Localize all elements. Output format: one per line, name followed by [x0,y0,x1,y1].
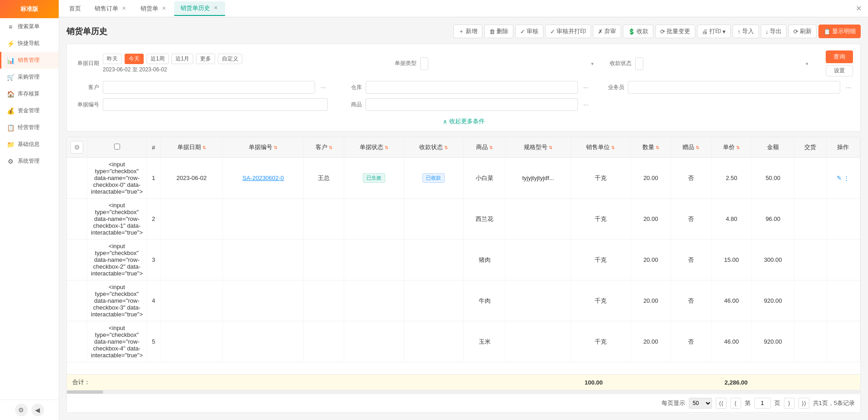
row-date [161,321,223,362]
col-payment-status[interactable]: 收款状态 ⇅ [404,137,464,158]
sidebar-item-ops[interactable]: 📋 经营管理 [0,119,59,136]
col-spec[interactable]: 规格型号 ⇅ [506,137,571,158]
sidebar-item-finance[interactable]: 💰 资金管理 [0,102,59,119]
warehouse-dots-btn[interactable]: ··· [582,84,591,91]
table-footer: 合计： 100.00 2,286.00 [67,374,860,390]
col-gift[interactable]: 赠品 ⇅ [671,137,712,158]
tab-close-sales-delivery[interactable]: ✕ [161,5,167,11]
page-last-btn[interactable]: ⟩⟩ [798,398,809,409]
col-price[interactable]: 单价 ⇅ [711,137,752,158]
unit-sort-btn[interactable]: 销售单位 ⇅ [586,143,615,151]
tab-close-sales-order[interactable]: ✕ [121,5,127,11]
row-checkbox: <input type="checkbox" data-name="row-ch… [87,280,147,321]
col-checkbox[interactable] [87,137,147,158]
tab-sales-order[interactable]: 销售订单 ✕ [88,2,133,15]
tabs-close-all-btn[interactable]: ✕ [853,3,864,14]
query-button[interactable]: 查询 [826,50,853,63]
export-button[interactable]: ↓ 导出 [761,25,787,38]
payment-status-select[interactable] [635,57,643,70]
tab-close-sales-history[interactable]: ✕ [213,5,219,11]
row-spec [506,199,571,240]
delete-button[interactable]: 🗑 删除 [484,25,513,38]
tab-sales-delivery[interactable]: 销货单 ✕ [134,2,173,15]
spec-sort-btn[interactable]: 规格型号 ⇅ [524,143,552,151]
refresh-button[interactable]: ⟳ 刷新 [788,25,817,38]
doc-status-sort-btn[interactable]: 单据状态 ⇅ [360,143,388,151]
set-button[interactable]: 设置 [826,65,853,76]
doc-type-select[interactable] [420,57,428,70]
page-input[interactable] [754,398,771,409]
sidebar-item-inventory[interactable]: 🏠 库存核算 [0,85,59,102]
sidebar-item-label: 销售管理 [18,56,40,64]
date-more-btn[interactable]: 更多 [196,54,215,64]
date-today-btn[interactable]: 今天 [125,54,144,64]
table-scroll[interactable]: ⚙ # 单据日期 ⇅ [67,137,860,374]
sidebar-item-quick-nav[interactable]: ⚡ 快捷导航 [0,35,59,52]
import-button[interactable]: ↑ 导入 [733,25,759,38]
salesperson-dots-btn[interactable]: ··· [844,84,853,91]
sidebar-item-sys[interactable]: ⚙ 系统管理 [0,153,59,170]
customer-dots-btn[interactable]: ··· [319,84,328,91]
collapse-filter-btn[interactable]: ∧ 收起更多条件 [74,115,853,127]
goods-input[interactable] [366,98,578,111]
warehouse-input[interactable] [366,81,578,94]
sidebar-item-search-menu[interactable]: ≡ 搜索菜单 [0,18,59,35]
audit-print-button[interactable]: ✓ 审核并打印 [545,25,591,38]
row-amount: 50.00 [752,158,794,199]
col-date[interactable]: 单据日期 ⇅ [161,137,223,158]
abandon-button[interactable]: ✗ 弃审 [593,25,621,38]
date-last30-btn[interactable]: 近1月 [171,54,194,64]
per-page-select[interactable]: 50 100 200 [689,398,712,409]
date-sort-btn[interactable]: 单据日期 ⇅ [177,143,206,151]
page-prev-btn[interactable]: ⟨ [730,398,741,409]
gift-sort-btn[interactable]: 赠品 ⇅ [682,143,699,151]
date-yesterday-btn[interactable]: 昨天 [103,54,122,64]
col-customer[interactable]: 客户 ⇅ [304,137,344,158]
customer-sort-arrows: ⇅ [329,145,332,150]
table-settings-btn[interactable]: ⚙ [70,141,83,154]
goods-sort-btn[interactable]: 商品 ⇅ [476,143,493,151]
row-unit: 千克 [571,280,631,321]
audit-button[interactable]: ✓ 审核 [515,25,543,38]
tab-home[interactable]: 首页 [63,2,87,15]
price-sort-btn[interactable]: 单价 ⇅ [723,143,740,151]
row-doc-no[interactable]: SA-20230602-0 [223,158,304,199]
col-unit[interactable]: 销售单位 ⇅ [571,137,631,158]
customer-sort-btn[interactable]: 客户 ⇅ [316,143,332,151]
print-button[interactable]: 🖨 打印 ▾ [697,25,731,38]
sidebar-item-label: 快捷导航 [18,40,40,47]
add-button[interactable]: ＋ 新增 [453,25,482,38]
sidebar-collapse-btn[interactable]: ◀ [31,404,44,416]
doc-no-input[interactable] [103,98,328,111]
payment-button[interactable]: 💲 收款 [623,25,653,38]
doc-no-link[interactable]: SA-20230602-0 [242,175,284,181]
row-doc-no [223,240,304,280]
tab-sales-history[interactable]: 销货单历史 ✕ [174,1,225,16]
sidebar-settings-btn[interactable]: ⚙ [15,404,28,416]
page-first-btn[interactable]: ⟨⟨ [716,398,727,409]
qty-sort-btn[interactable]: 数量 ⇅ [642,143,659,151]
goods-dots-btn[interactable]: ··· [582,101,591,108]
col-gear[interactable]: ⚙ [67,137,87,158]
page-next-btn[interactable]: ⟩ [784,398,795,409]
payment-status-sort-btn[interactable]: 收款状态 ⇅ [419,143,448,151]
row-payment-status: 已收款 [404,158,464,199]
table-horizontal-scrollbar[interactable] [67,390,860,394]
sidebar-item-sales[interactable]: 📊 销售管理 [0,52,59,69]
col-doc-status[interactable]: 单据状态 ⇅ [344,137,404,158]
date-custom-btn[interactable]: 自定义 [218,54,242,64]
batch-change-button[interactable]: ⟳ 批量变更 [655,25,695,38]
table-scroll-thumb[interactable] [67,390,103,394]
col-doc-no[interactable]: 单据编号 ⇅ [223,137,304,158]
sidebar-item-basic-info[interactable]: 📁 基础信息 [0,136,59,153]
main-area: 首页 销售订单 ✕ 销货单 ✕ 销货单历史 ✕ ✕ 销货单历史 ＋ 新增 [59,0,868,420]
col-qty[interactable]: 数量 ⇅ [631,137,671,158]
date-last7-btn[interactable]: 近1周 [146,54,169,64]
doc-no-sort-btn[interactable]: 单据编号 ⇅ [249,143,277,151]
show-detail-button[interactable]: 📋 显示明细 [818,25,861,38]
sidebar-item-purchase[interactable]: 🛒 采购管理 [0,69,59,85]
customer-input[interactable] [103,81,315,94]
salesperson-input[interactable] [628,81,840,94]
select-all-checkbox[interactable] [114,144,120,150]
col-goods[interactable]: 商品 ⇅ [464,137,506,158]
